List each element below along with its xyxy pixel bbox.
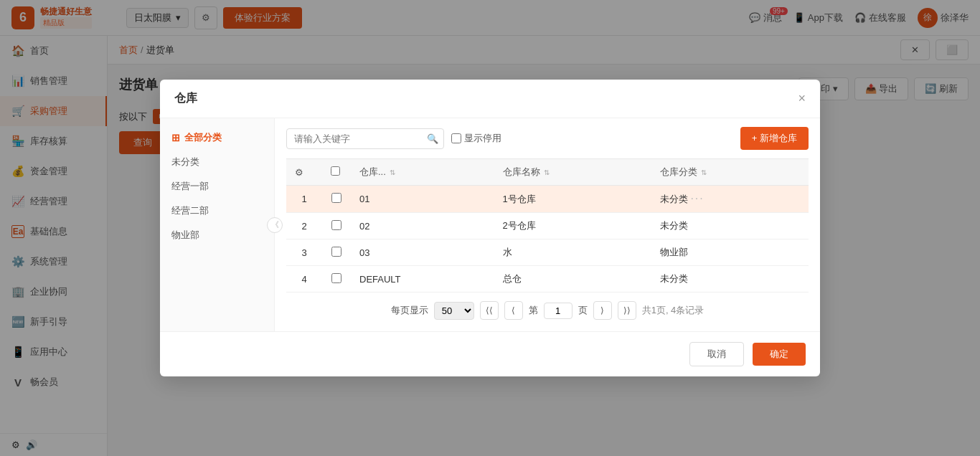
table-row[interactable]: 1 01 1号仓库 未分类 ··· bbox=[286, 186, 809, 213]
table-toolbar: 🔍 显示停用 + 新增仓库 bbox=[286, 127, 809, 150]
modal-body: ⊞ 全部分类 《 未分类 经营一部 经营二部 物业部 bbox=[160, 118, 820, 331]
row-category-4: 未分类 bbox=[651, 266, 809, 293]
row-checkbox-1[interactable] bbox=[331, 193, 341, 203]
category-sidebar: ⊞ 全部分类 《 未分类 经营一部 经营二部 物业部 bbox=[160, 118, 275, 331]
show-disabled-checkbox[interactable] bbox=[451, 133, 461, 143]
row-code-2: 02 bbox=[351, 213, 494, 239]
table-row[interactable]: 3 03 水 物业部 bbox=[286, 239, 809, 266]
next-page-button[interactable]: ⟩ bbox=[593, 301, 612, 320]
show-disabled-option: 显示停用 bbox=[451, 132, 501, 145]
th-name: 仓库名称 ⇅ bbox=[494, 159, 651, 186]
last-page-button[interactable]: ⟩⟩ bbox=[618, 301, 636, 320]
cat-label-dept2: 经营二部 bbox=[171, 204, 209, 217]
pagination: 每页显示 50 20 100 ⟨⟨ ⟨ 第 页 ⟩ ⟩⟩ 共1页, 4 bbox=[286, 293, 809, 323]
row-category-2: 未分类 bbox=[651, 213, 809, 239]
th-checkbox bbox=[322, 159, 351, 186]
page-suffix: 页 bbox=[578, 304, 588, 317]
row-code-4: DEFAULT bbox=[351, 266, 494, 293]
row-checkbox-cell-3[interactable] bbox=[322, 239, 351, 266]
row-actions-1[interactable]: ··· bbox=[690, 192, 704, 204]
row-checkbox-cell-1[interactable] bbox=[322, 186, 351, 213]
row-name-4: 总仓 bbox=[494, 266, 651, 293]
cat-collapse-button[interactable]: 《 bbox=[267, 217, 283, 233]
modal-close-button[interactable]: × bbox=[798, 91, 806, 106]
row-checkbox-cell-4[interactable] bbox=[322, 266, 351, 293]
row-category-1: 未分类 ··· bbox=[651, 186, 809, 213]
per-page-select[interactable]: 50 20 100 bbox=[434, 302, 474, 320]
sort-icon-category: ⇅ bbox=[701, 168, 707, 176]
th-code: 仓库... ⇅ bbox=[351, 159, 494, 186]
row-name-3: 水 bbox=[494, 239, 651, 266]
select-all-checkbox[interactable] bbox=[331, 166, 340, 176]
cat-label-uncategorized: 未分类 bbox=[171, 156, 199, 168]
row-gear-2: 2 bbox=[286, 213, 322, 239]
app-container: 6 畅捷通好生意 精品版 日太阳膜 ▾ ⚙ 体验行业方案 💬 消息 99+ 📱 … bbox=[0, 0, 980, 456]
grid-icon: ⊞ bbox=[171, 132, 180, 143]
first-page-button[interactable]: ⟨⟨ bbox=[480, 301, 499, 320]
th-name-label: 仓库名称 bbox=[503, 166, 540, 177]
row-category-3: 物业部 bbox=[651, 239, 809, 266]
cat-item-dept2[interactable]: 经营二部 bbox=[160, 199, 274, 223]
row-checkbox-4[interactable] bbox=[331, 273, 341, 283]
modal-title: 仓库 bbox=[174, 91, 197, 106]
row-checkbox-cell-2[interactable] bbox=[322, 213, 351, 239]
table-row[interactable]: 2 02 2号仓库 未分类 bbox=[286, 213, 809, 239]
show-disabled-label: 显示停用 bbox=[464, 132, 501, 145]
per-page-label: 每页显示 bbox=[391, 304, 428, 317]
sort-icon-name: ⇅ bbox=[544, 168, 550, 176]
cat-item-uncategorized[interactable]: 未分类 bbox=[160, 150, 274, 174]
sort-icon-code: ⇅ bbox=[390, 168, 395, 176]
modal-overlay[interactable]: 仓库 × ⊞ 全部分类 《 未分类 经营一部 bbox=[0, 0, 980, 456]
table-row[interactable]: 4 DEFAULT 总仓 未分类 bbox=[286, 266, 809, 293]
th-code-label: 仓库... bbox=[359, 166, 386, 177]
modal-footer: 取消 确定 bbox=[160, 331, 820, 376]
page-number-input[interactable] bbox=[544, 303, 573, 319]
cat-item-property[interactable]: 物业部 bbox=[160, 223, 274, 247]
add-warehouse-button[interactable]: + 新增仓库 bbox=[740, 127, 809, 150]
row-checkbox-3[interactable] bbox=[331, 247, 341, 257]
page-label: 第 bbox=[529, 304, 538, 317]
cat-label-all: 全部分类 bbox=[184, 131, 222, 144]
row-code-1: 01 bbox=[351, 186, 494, 213]
row-code-3: 03 bbox=[351, 239, 494, 266]
cat-label-property: 物业部 bbox=[171, 229, 199, 242]
table-body: 1 01 1号仓库 未分类 ··· 2 0 bbox=[286, 186, 809, 293]
row-gear-1: 1 bbox=[286, 186, 322, 213]
cat-item-dept1[interactable]: 经营一部 bbox=[160, 174, 274, 199]
row-name-1: 1号仓库 bbox=[494, 186, 651, 213]
prev-page-button[interactable]: ⟨ bbox=[504, 301, 523, 320]
warehouse-modal: 仓库 × ⊞ 全部分类 《 未分类 经营一部 bbox=[160, 80, 820, 376]
th-gear: ⚙ bbox=[286, 159, 322, 186]
search-input-wrap: 🔍 bbox=[286, 128, 444, 149]
row-checkbox-2[interactable] bbox=[331, 220, 341, 230]
confirm-button[interactable]: 确定 bbox=[753, 343, 806, 366]
search-input[interactable] bbox=[286, 128, 444, 149]
row-name-2: 2号仓库 bbox=[494, 213, 651, 239]
th-category: 仓库分类 ⇅ bbox=[651, 159, 809, 186]
row-gear-4: 4 bbox=[286, 266, 322, 293]
th-category-label: 仓库分类 bbox=[660, 166, 697, 177]
row-gear-3: 3 bbox=[286, 239, 322, 266]
table-header: ⚙ 仓库... ⇅ 仓库名称 ⇅ bbox=[286, 159, 809, 186]
modal-header: 仓库 × bbox=[160, 80, 820, 118]
cat-label-dept1: 经营一部 bbox=[171, 180, 209, 193]
table-scroll-area: ⚙ 仓库... ⇅ 仓库名称 ⇅ bbox=[286, 158, 809, 293]
search-icon[interactable]: 🔍 bbox=[427, 133, 438, 144]
cancel-button[interactable]: 取消 bbox=[689, 342, 744, 366]
cat-item-all[interactable]: ⊞ 全部分类 bbox=[160, 125, 274, 150]
page-total: 共1页, 4条记录 bbox=[642, 304, 705, 317]
table-area: 🔍 显示停用 + 新增仓库 ⚙ bbox=[275, 118, 820, 331]
warehouse-table: ⚙ 仓库... ⇅ 仓库名称 ⇅ bbox=[286, 158, 809, 293]
